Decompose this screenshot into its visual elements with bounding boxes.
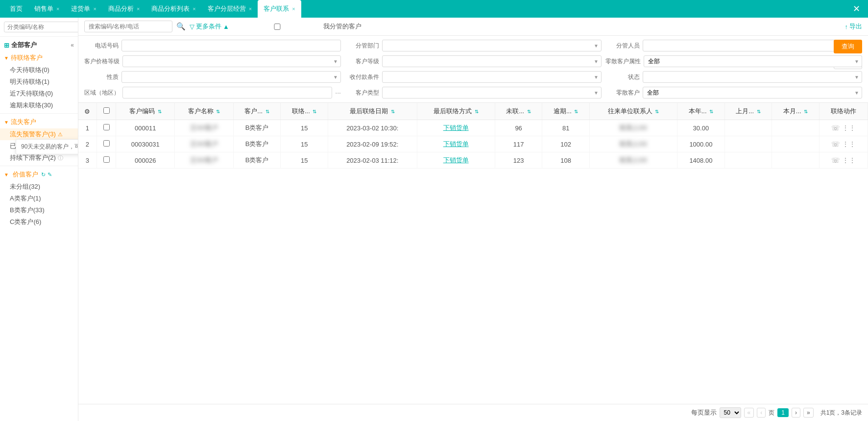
- row-code: 000026: [116, 152, 175, 169]
- select-all-checkbox[interactable]: [103, 107, 110, 114]
- last-page-button[interactable]: »: [803, 408, 814, 418]
- region-input[interactable]: [122, 87, 332, 99]
- status-select[interactable]: [643, 71, 862, 83]
- nav-tab-purchase[interactable]: 进货单 ×: [65, 0, 102, 18]
- top-nav: 首页 销售单 × 进货单 × 商品分析 × 商品分析列表 × 客户分层经营 × …: [0, 0, 868, 18]
- close-sales-tab[interactable]: ×: [56, 6, 59, 12]
- my-customer-checkbox[interactable]: [233, 24, 321, 30]
- price-level-select[interactable]: [122, 55, 341, 67]
- customer-level-select[interactable]: [382, 55, 602, 67]
- sidebar-item-class-b[interactable]: B类客户(33): [0, 204, 78, 216]
- row-actions: ☏ ⋮⋮: [819, 152, 868, 169]
- my-customer-checkbox-label[interactable]: 我分管的客户: [233, 22, 362, 31]
- row-checkbox[interactable]: [96, 120, 116, 136]
- sidebar-search-input[interactable]: [4, 22, 78, 32]
- zero-customer-select[interactable]: 全部: [643, 87, 862, 99]
- query-button[interactable]: 查询: [834, 40, 862, 53]
- row-type: B类客户: [233, 120, 281, 136]
- sidebar-group-churn[interactable]: ▼ 流失客户: [0, 116, 78, 128]
- row-last-method[interactable]: 下销货单: [417, 152, 495, 169]
- filter-row-person: 分管人员 ··· 查询 设置: [605, 40, 862, 51]
- row-code: 000011: [116, 120, 175, 136]
- close-purchase-tab[interactable]: ×: [93, 6, 96, 12]
- per-page-label: 每页显示: [691, 408, 717, 417]
- export-button[interactable]: ↑ 导出: [845, 22, 863, 31]
- zero-attr-select[interactable]: 全部: [644, 55, 862, 67]
- dept-select[interactable]: [382, 40, 602, 51]
- payment-select[interactable]: [382, 71, 602, 83]
- unit-contact-sort-icon: ⇅: [655, 109, 659, 114]
- row-actions: ☏ ⋮⋮: [819, 136, 868, 152]
- col-last-month[interactable]: 上月... ⇅: [724, 103, 772, 120]
- customer-level-label: 客户等级: [345, 57, 379, 66]
- col-last-method[interactable]: 最后联络方式 ⇅: [417, 103, 495, 120]
- col-checkbox: [96, 103, 116, 120]
- row-checkbox[interactable]: [96, 136, 116, 152]
- sidebar-item-tomorrow[interactable]: 明天待联络(1): [0, 76, 78, 88]
- sidebar-group-value[interactable]: ▼ 价值客户 ↻ ✎: [0, 168, 78, 181]
- action-phone-icon[interactable]: ☏: [831, 140, 840, 148]
- table-row: 2 00030031 王XX客户 B类客户 15 2023-02-09 19:5…: [78, 136, 868, 152]
- sidebar-item-today[interactable]: 今天待联络(0): [0, 64, 78, 76]
- col-settings[interactable]: ⚙: [78, 103, 96, 120]
- action-phone-icon[interactable]: ☏: [831, 156, 840, 164]
- value-refresh-icon[interactable]: ↻: [41, 172, 46, 178]
- group-churn-arrow: ▼: [4, 120, 9, 125]
- col-current-month[interactable]: 本月... ⇅: [772, 103, 820, 120]
- search-button[interactable]: 🔍: [176, 22, 186, 31]
- col-last-date[interactable]: 最后联络日期 ⇅: [328, 103, 417, 120]
- col-overdue[interactable]: 逾期... ⇅: [542, 103, 590, 120]
- nav-tab-analysis-list[interactable]: 商品分析列表 ×: [145, 0, 201, 18]
- action-more-icon[interactable]: ⋮⋮: [842, 124, 856, 132]
- col-not-contacted[interactable]: 未联... ⇅: [495, 103, 542, 120]
- action-phone-icon[interactable]: ☏: [831, 124, 840, 132]
- col-name[interactable]: 客户名称 ⇅: [175, 103, 234, 120]
- col-code[interactable]: 客户编码 ⇅: [116, 103, 175, 120]
- nav-tab-sales[interactable]: 销售单 ×: [28, 0, 65, 18]
- more-filter-button[interactable]: ▽ 更多条件 ▲: [190, 22, 229, 31]
- window-close-button[interactable]: ✕: [849, 3, 864, 14]
- nav-tab-customer-layer[interactable]: 客户分层经营 ×: [202, 0, 258, 18]
- sidebar-group-pending[interactable]: ▼ 待联络客户: [0, 51, 78, 64]
- row-unit-contact: 联系人XX: [590, 120, 677, 136]
- export-icon: ↑: [845, 23, 848, 30]
- close-customer-layer-tab[interactable]: ×: [249, 6, 252, 12]
- nature-select[interactable]: [121, 71, 341, 83]
- col-unit-contact[interactable]: 往来单位联系人 ⇅: [590, 103, 677, 120]
- row-last-method[interactable]: 下销货单: [417, 136, 495, 152]
- row-checkbox[interactable]: [96, 152, 116, 169]
- sidebar-item-week[interactable]: 近7天待联络(0): [0, 88, 78, 99]
- action-more-icon[interactable]: ⋮⋮: [842, 140, 856, 148]
- customer-type-select[interactable]: [382, 87, 602, 99]
- close-customer-contact-tab[interactable]: ×: [292, 6, 295, 12]
- row-name: 王XX客户: [175, 136, 234, 152]
- col-type[interactable]: 客户... ⇅: [233, 103, 281, 120]
- sidebar-item-churn-warning[interactable]: 流失预警客户(3) ⚠: [0, 128, 78, 140]
- close-analysis-list-tab[interactable]: ×: [193, 6, 195, 12]
- page-size-select[interactable]: 50: [720, 407, 741, 418]
- sidebar-collapse-btn[interactable]: «: [71, 42, 74, 49]
- sidebar-all-customers[interactable]: ⊞ 全部客户 «: [0, 37, 78, 51]
- sidebar-item-class-c[interactable]: C类客户(6): [0, 216, 78, 228]
- first-page-button[interactable]: «: [744, 408, 754, 418]
- phone-input[interactable]: [121, 40, 341, 51]
- sidebar-item-class-a[interactable]: A类客户(1): [0, 193, 78, 204]
- action-more-icon[interactable]: ⋮⋮: [842, 156, 856, 164]
- sidebar-item-overdue[interactable]: 逾期未联络(30): [0, 99, 78, 111]
- close-analysis-tab[interactable]: ×: [137, 6, 140, 12]
- filter-row-price-level: 客户价格等级 ▼: [84, 55, 341, 67]
- nav-tab-customer-contact[interactable]: 客户联系 ×: [258, 0, 301, 18]
- region-more-icon[interactable]: ···: [335, 89, 341, 97]
- search-input[interactable]: [84, 21, 172, 32]
- row-current-year: 1000.00: [677, 136, 725, 152]
- col-current-year[interactable]: 本年... ⇅: [677, 103, 725, 120]
- col-contact[interactable]: 联络... ⇅: [281, 103, 328, 120]
- nav-tab-analysis[interactable]: 商品分析 ×: [102, 0, 145, 18]
- value-edit-icon[interactable]: ✎: [48, 172, 52, 178]
- person-input[interactable]: [643, 40, 853, 51]
- nav-home[interactable]: 首页: [4, 0, 28, 18]
- row-last-method[interactable]: 下销货单: [417, 120, 495, 136]
- prev-page-button[interactable]: ‹: [757, 408, 766, 418]
- sidebar-item-ungroup[interactable]: 未分组(32): [0, 181, 78, 193]
- next-page-button[interactable]: ›: [792, 408, 800, 418]
